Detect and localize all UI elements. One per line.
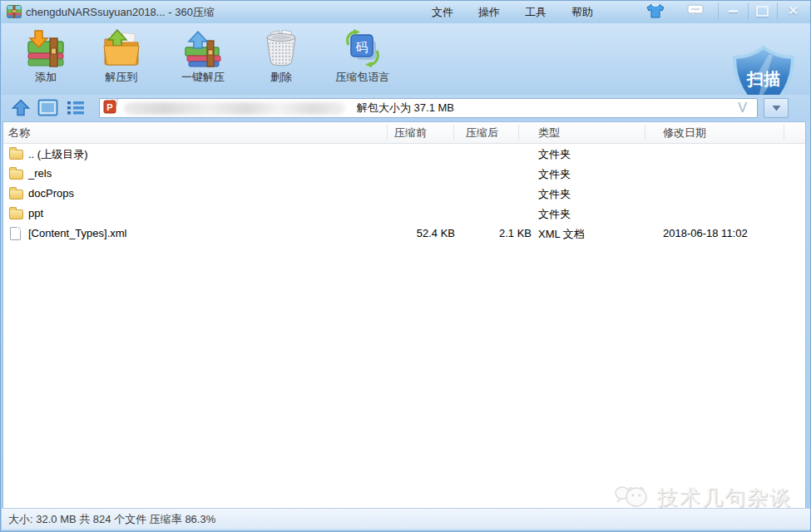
close-icon: ✕ xyxy=(788,3,799,18)
up-arrow-icon xyxy=(11,98,31,118)
titlebar-separator xyxy=(718,2,719,19)
column-header-before[interactable]: 压缩前 xyxy=(394,126,427,140)
minimize-icon xyxy=(729,10,738,12)
file-list: 名称 压缩前 压缩后 类型 修改日期 .. (上级目录) 文件夹 _rels 文… xyxy=(2,121,806,510)
unpack-size-text: 解包大小为 37.1 MB xyxy=(357,101,454,116)
column-header-modified[interactable]: 修改日期 xyxy=(663,126,706,140)
column-header-after[interactable]: 压缩后 xyxy=(466,126,498,140)
titlebar[interactable]: chengduNARSsuyuan2018... - 360压缩 文件 操作 工… xyxy=(1,1,810,23)
add-button-label: 添加 xyxy=(35,70,57,85)
table-row-docprops[interactable]: docProps 文件夹 xyxy=(3,184,805,204)
file-name: docProps xyxy=(28,187,74,200)
panda-logo-icon xyxy=(614,485,650,511)
trash-icon xyxy=(261,28,301,68)
one-click-extract-button-label: 一键解压 xyxy=(181,70,225,85)
one-click-extract-icon xyxy=(183,28,223,68)
address-input[interactable]: P 解包大小为 37.1 MB V xyxy=(99,98,758,118)
menu-help[interactable]: 帮助 xyxy=(559,1,606,24)
maximize-icon xyxy=(756,6,769,17)
file-name: _rels xyxy=(28,167,52,180)
archive-language-button[interactable]: 码 压缩包语言 xyxy=(318,25,408,96)
folder-icon xyxy=(9,146,24,161)
folder-icon xyxy=(9,166,24,181)
column-separator xyxy=(518,125,519,140)
archive-language-button-label: 压缩包语言 xyxy=(336,70,390,85)
column-header-type[interactable]: 类型 xyxy=(538,126,560,140)
extract-to-button[interactable]: 解压到 xyxy=(82,25,161,96)
file-name: .. (上级目录) xyxy=(28,147,88,162)
table-row-ppt[interactable]: ppt 文件夹 xyxy=(3,204,805,224)
table-row-content-types[interactable]: [Content_Types].xml 52.4 KB 2.1 KB XML 文… xyxy=(3,224,805,244)
toolbar-buttons: 添加 解压到 xyxy=(10,25,408,96)
ppt-letter: P xyxy=(106,102,112,112)
up-directory-button[interactable] xyxy=(10,98,32,118)
skin-button[interactable] xyxy=(643,3,668,21)
archive-language-icon: 码 xyxy=(343,28,383,68)
app-window: chengduNARSsuyuan2018... - 360压缩 文件 操作 工… xyxy=(0,0,811,532)
toolbar: 添加 解压到 xyxy=(2,23,811,95)
table-row-rels[interactable]: _rels 文件夹 xyxy=(3,164,805,184)
titlebar-separator xyxy=(777,2,778,19)
modified-date: 2018-06-18 11:02 xyxy=(663,227,748,239)
feedback-button[interactable] xyxy=(683,3,708,21)
list-icon xyxy=(66,100,86,116)
menu-tools[interactable]: 工具 xyxy=(512,1,559,24)
monitor-icon xyxy=(37,99,58,117)
file-type: XML 文档 xyxy=(538,227,585,242)
menu-file[interactable]: 文件 xyxy=(419,1,466,24)
redacted-filename xyxy=(124,102,345,115)
powerpoint-file-icon: P xyxy=(102,98,119,118)
extract-to-button-label: 解压到 xyxy=(106,70,138,85)
address-bar: P 解包大小为 37.1 MB V xyxy=(2,95,811,121)
shirt-icon xyxy=(646,3,665,22)
window-title: chengduNARSsuyuan2018... - 360压缩 xyxy=(26,5,215,20)
file-name: ppt xyxy=(28,207,43,219)
list-view-button[interactable] xyxy=(65,98,87,118)
file-type: 文件夹 xyxy=(538,167,571,182)
lang-char: 码 xyxy=(356,40,368,54)
comment-icon xyxy=(687,3,704,21)
column-header-name[interactable]: 名称 xyxy=(8,126,30,140)
maximize-button[interactable] xyxy=(749,1,776,21)
chevron-down-icon xyxy=(773,106,780,111)
file-type: 文件夹 xyxy=(538,187,571,202)
folder-icon xyxy=(9,186,24,201)
size-after: 2.1 KB xyxy=(463,227,532,239)
extract-to-icon xyxy=(101,28,141,68)
delete-button-label: 删除 xyxy=(270,70,292,85)
file-name: [Content_Types].xml xyxy=(28,227,127,239)
address-dropdown-button[interactable] xyxy=(764,98,789,118)
file-type: 文件夹 xyxy=(538,147,571,162)
size-before: 52.4 KB xyxy=(380,227,455,239)
minimize-button[interactable] xyxy=(720,1,747,21)
close-button[interactable]: ✕ xyxy=(779,1,807,21)
status-summary: 大小: 32.0 MB 共 824 个文件 压缩率 86.3% xyxy=(8,512,215,527)
list-header: 名称 压缩前 压缩后 类型 修改日期 xyxy=(3,122,805,144)
archive-app-icon xyxy=(7,5,22,18)
status-bar: 大小: 32.0 MB 共 824 个文件 压缩率 86.3% xyxy=(2,508,811,530)
delete-button[interactable]: 删除 xyxy=(245,25,318,96)
folder-icon xyxy=(9,206,24,221)
column-separator xyxy=(387,125,388,140)
file-icon xyxy=(9,226,24,241)
add-archive-icon xyxy=(26,28,66,68)
scan-button-label: 扫描 xyxy=(746,70,780,88)
column-separator xyxy=(453,125,454,140)
menu-actions[interactable]: 操作 xyxy=(466,1,512,24)
combo-v-glyph: V xyxy=(738,101,747,116)
menubar: 文件 操作 工具 帮助 xyxy=(419,1,606,23)
column-separator xyxy=(645,125,645,140)
file-type: 文件夹 xyxy=(538,207,571,222)
column-separator xyxy=(784,125,784,140)
add-button[interactable]: 添加 xyxy=(10,25,82,96)
one-click-extract-button[interactable]: 一键解压 xyxy=(161,25,245,96)
view-mode-button[interactable] xyxy=(37,98,58,118)
table-row-parent-dir[interactable]: .. (上级目录) 文件夹 xyxy=(3,144,805,164)
